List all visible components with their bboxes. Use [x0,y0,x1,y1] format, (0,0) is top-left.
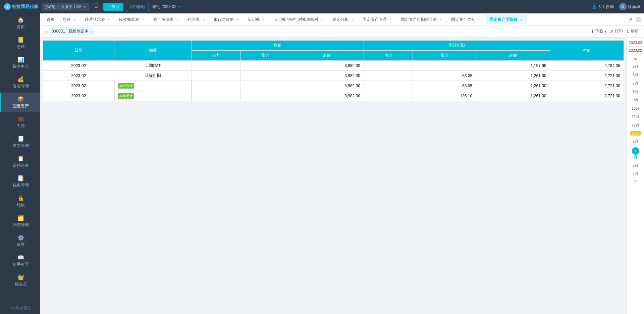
tab-close-asset-category[interactable]: × [477,17,481,22]
date-11[interactable]: 11月 [627,113,644,121]
home-icon: 🏠 [17,17,24,23]
date-5[interactable]: 5月 [627,62,644,71]
workspace-button[interactable]: 工作台 [103,3,123,11]
sidebar-item-settle[interactable]: 🔒 结账 [0,192,40,211]
app-name: 畅捷通易代账 [12,4,38,10]
tab-home[interactable]: 首页 [43,15,58,24]
tab-balance-sheet[interactable]: 资产负债表 × [150,15,183,24]
tab-close-fixed-asset-manage[interactable]: × [388,17,393,22]
tab-asset-detail-ledger-label: 固定资产明细账 [489,17,518,22]
tab-general-ledger[interactable]: 总账 × [59,15,80,24]
capital-icon: 💰 [17,76,24,83]
sidebar-item-label-sales: 进销台账 [13,163,29,168]
download-button[interactable]: ⬇ 下载 ▾ [591,29,606,34]
date-dot[interactable] [634,179,637,182]
sidebar-item-label-tax: 税务管理 [13,182,29,188]
sidebar-item-fixed-assets[interactable]: 📦 固定资产 [0,93,40,112]
tab-journal[interactable]: 日记账 × [244,15,270,24]
user-menu[interactable]: 徐 徐泽华 [619,3,640,10]
period-label: 账期 [152,4,160,10]
service-icon: 👤 [592,4,597,9]
tab-business-status[interactable]: 经营状况表 × [81,15,115,24]
date-3[interactable]: 3月 [627,161,644,170]
pin-label: 取消固定 [16,306,31,311]
pin-toggle[interactable]: ◁◁ 取消固定 [0,302,40,314]
date-2-active[interactable]: 2 月 [627,146,644,161]
date-8[interactable]: 8月 [627,88,644,96]
page-header: ‹ 000001 联想笔记本 › ⬇ 下载 ▾ 🖨 打印 [40,25,644,38]
tab-bar-actions: ✕ ⬜ [629,16,641,22]
tab-asset-detail-ledger[interactable]: 固定资产明细账 × [486,15,527,24]
tab-fixed-asset-manage[interactable]: 固定资产管理 × [359,15,396,24]
company-selector[interactable]: (劲功) 江西服坐-LSS ▼ [42,3,89,11]
tab-bank-statement-label: 银行对账单 [214,17,234,22]
sidebar-item-tax[interactable]: 📑 税务管理 [0,172,40,192]
sidebar-item-label-report: 报表中心 [13,64,29,69]
sidebar-item-settings[interactable]: ⚙️ 设置 [0,231,40,251]
date-panel-sub-label: 2023.02 [627,47,644,54]
maximize-button[interactable]: ⬜ [636,17,641,22]
date-scroll-up[interactable]: ▲ [627,54,644,62]
date-4[interactable]: 4月 [627,170,644,178]
tab-ar-aging[interactable]: 应收账龄表 × [115,15,149,24]
sidebar-item-home[interactable]: 🏠 首页 [0,13,40,33]
sidebar-item-guide[interactable]: 📖 新手引导 [0,251,40,271]
col-sub-leiji-balance: 余额 [476,51,550,61]
app-logo: ✦ 畅捷通易代账 [4,3,38,10]
tab-capital-analysis[interactable]: 资金分析 × [329,15,358,24]
tab-business-status-label: 经营状况表 [85,17,105,22]
tab-close-journal-reconcile[interactable]: × [320,17,324,22]
invoice-icon: 🧾 [17,136,24,142]
sidebar-item-label-guide: 新手引导 [13,262,29,267]
sidebar-item-invoice[interactable]: 🧾 发票管理 [0,132,40,152]
tab-close-capital-analysis[interactable]: × [350,17,355,22]
tab-close-journal[interactable]: × [261,17,266,22]
breadcrumb-prev[interactable]: ‹ [46,29,47,34]
period-edit-icon[interactable]: ✏ [178,4,181,9]
date-10[interactable]: 10月 [627,104,644,113]
date-1[interactable]: 1月 [627,137,644,146]
switch-version-button[interactable]: 切到旧版 [127,3,149,11]
date-12[interactable]: 12月 [627,121,644,129]
table-row: 2023-02本年累计3,982.30126.101,261.002,721.3… [43,91,624,101]
tab-fixed-asset-manage-label: 固定资产管理 [363,17,387,22]
date-9[interactable]: 9月 [627,96,644,104]
close-all-tabs-button[interactable]: ✕ [629,16,633,22]
tab-close-balance-sheet[interactable]: × [175,17,179,22]
sidebar-item-report[interactable]: 📊 报表中心 [0,53,40,73]
sidebar-item-payroll[interactable]: 💼 工资 [0,112,40,132]
date-7[interactable]: 7月 [627,79,644,88]
fixed-asset-detail-table: 日期 摘要 原值 累计折旧 净值 借方 贷方 余额 借方 贷方 余额 [43,40,624,101]
copy-button[interactable]: ⧉ [93,3,100,10]
settle-icon: 🔒 [17,195,24,201]
tab-close-asset-detail-ledger[interactable]: × [519,17,524,22]
print-button[interactable]: 🖨 打印 [610,29,623,34]
topbar-right: 👤 人工咨询 徐 徐泽华 [592,3,640,10]
refresh-button[interactable]: ↻ 刷新 [626,29,639,34]
sidebar-item-label-invoice: 发票管理 [13,143,29,149]
tab-close-business-status[interactable]: × [106,17,111,22]
tab-close-ar-aging[interactable]: × [141,17,145,22]
tab-asset-category[interactable]: 固定资产类别 × [447,15,485,24]
sidebar-item-archive[interactable]: 🗂️ 归档管理 [0,211,40,231]
member-icon: 👑 [17,274,24,280]
tab-journal-reconcile[interactable]: 日记账与银行对账单核对 × [270,15,328,24]
sidebar-item-sales[interactable]: 📋 进销台账 [0,152,40,172]
report-icon: 📊 [17,56,24,63]
tab-profit[interactable]: 利润表 × [184,15,209,24]
tab-depreciation-stat[interactable]: 固定资产折旧统计表 × [397,15,447,24]
sidebar-item-capital[interactable]: 💰 资金管理 [0,73,40,93]
tab-close-general-ledger[interactable]: × [72,17,77,22]
sidebar-item-label-archive: 归档管理 [13,222,29,228]
tab-bank-statement[interactable]: 银行对账单 × [210,15,244,24]
company-arrow-icon: ▼ [83,5,86,9]
tab-close-profit[interactable]: × [201,17,206,22]
sidebar-item-ledger[interactable]: 📒 总账 [0,33,40,53]
archive-icon: 🗂️ [17,215,24,221]
tab-close-bank-statement[interactable]: × [235,17,240,22]
sidebar-item-member[interactable]: 👑 畅会员 [0,271,40,291]
breadcrumb-next[interactable]: › [93,29,95,34]
tab-close-depreciation-stat[interactable]: × [438,17,443,22]
date-6[interactable]: 6月 [627,71,644,79]
service-button[interactable]: 👤 人工咨询 [592,4,614,10]
